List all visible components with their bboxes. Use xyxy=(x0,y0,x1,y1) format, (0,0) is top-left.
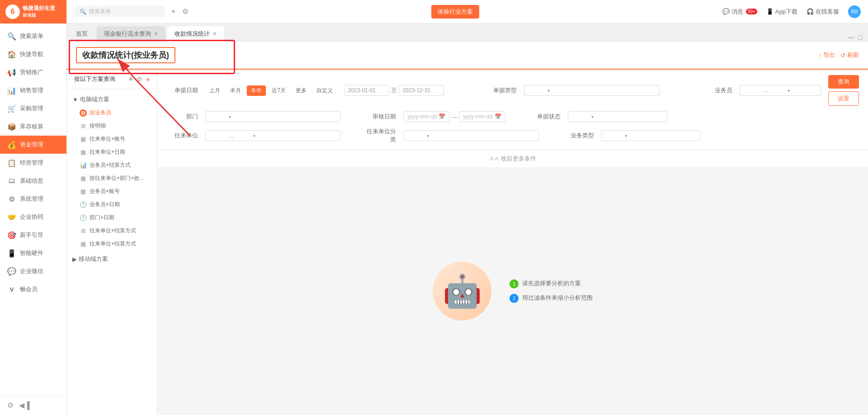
maximize-icon[interactable]: □ xyxy=(858,33,863,42)
filter-actions: 查询 设置 xyxy=(828,75,859,106)
sidebar-item-label: 企业协同 xyxy=(20,213,43,221)
sidebar-item-label: 基础信息 xyxy=(20,177,43,185)
shortcut-this-month[interactable]: 本月 xyxy=(226,85,245,96)
date-to-input[interactable]: 2023-12-31 xyxy=(399,85,444,96)
tree-child-label: 往来单位+结算方式 xyxy=(90,240,136,248)
date-from-input[interactable]: 2023-01-01 xyxy=(344,85,389,96)
gear-icon[interactable]: ⚙ xyxy=(182,7,189,16)
sidebar-item-capital[interactable]: 💰 资金管理 xyxy=(0,136,66,154)
sidebar-item-search-menu[interactable]: 🔍 搜索菜单 xyxy=(0,27,66,45)
tree-child-by-salesman[interactable]: 按业务员 xyxy=(67,106,157,119)
tab-collection-stats-close[interactable]: ✕ xyxy=(212,31,217,37)
partner-category-select[interactable]: ▾ xyxy=(403,130,539,141)
partner-label: 往来单位 xyxy=(166,132,198,140)
tree-child-label: 业务员+日期 xyxy=(90,201,120,208)
tree-parent-desktop[interactable]: ▼ 电脑端方案 xyxy=(67,93,157,106)
sidebar-item-operations[interactable]: 📋 经营管理 xyxy=(0,154,66,172)
tree-child-partner-date[interactable]: ▦ 往来单位+日期 xyxy=(67,146,157,159)
sidebar-item-wechat[interactable]: 💬 企业微信 xyxy=(0,262,66,280)
messages-group[interactable]: 💬 消息 99+ xyxy=(722,8,757,16)
business-type-select[interactable]: ▾ xyxy=(601,130,701,141)
sidebar-item-label: 搜索菜单 xyxy=(20,32,43,40)
tree-child-partner-dept[interactable]: ▦ 按往来单位+部门+收... xyxy=(67,172,157,185)
guide-icon: 🎯 xyxy=(7,231,16,240)
tree-child-partner-settle1[interactable]: ⊞ 往来单位+结算方式 xyxy=(67,224,157,237)
tree-section: ▼ 电脑端方案 按业务员 ⊞ 按明细 ▦ 往来单位+账号 xyxy=(67,89,157,269)
tree-child-dept-date[interactable]: 🕐 部门+日期 xyxy=(67,211,157,224)
shortcut-custom[interactable]: 自定义 xyxy=(312,85,337,96)
avatar: Rit xyxy=(848,5,861,18)
user-avatar-group[interactable]: Rit xyxy=(848,5,861,18)
filter-row-1: 单据日期 上月 本月 本年 近7天 更多 自定义 2023-01-01 xyxy=(166,75,859,106)
collapse-up-icon: ∧∧ xyxy=(489,155,499,162)
doc-status-chevron: ▾ xyxy=(591,114,594,119)
sidebar-item-guide[interactable]: 🎯 新手引导 xyxy=(0,226,66,244)
tab-collection-stats[interactable]: 收款情况统计 ✕ xyxy=(167,26,224,42)
search-button[interactable]: 查询 xyxy=(828,75,859,89)
add-scheme-icon[interactable]: + xyxy=(129,75,133,83)
tab-bank-flow-close[interactable]: ✕ xyxy=(154,31,158,37)
sidebar-item-sales[interactable]: 📊 销售管理 xyxy=(0,81,66,99)
doc-status-select[interactable]: ▾ xyxy=(568,111,667,122)
enterprise-icon: 🤝 xyxy=(7,212,16,222)
filter-row-3: 往来单位 ... ▾ 往来单位分类 ▾ 业务类型 xyxy=(166,127,859,144)
tab-home[interactable]: 首页 xyxy=(69,26,95,42)
collapse-bar[interactable]: ∧∧ 收起更多条件 xyxy=(157,150,868,167)
search-icon: 🔍 xyxy=(80,9,86,15)
tree-child-salesman-date[interactable]: 🕐 业务员+日期 xyxy=(67,198,157,211)
minimize-icon[interactable]: — xyxy=(847,33,854,42)
sidebar-item-purchase[interactable]: 🛒 采购管理 xyxy=(0,99,66,118)
purchase-icon: 🛒 xyxy=(7,104,16,113)
salesman-more-btn[interactable]: ... xyxy=(763,87,768,94)
tree-child-by-detail[interactable]: ⊞ 按明细 xyxy=(67,119,157,132)
header-search[interactable]: 🔍 搜索菜单 xyxy=(74,6,165,17)
app-download-group[interactable]: 📱 App下载 xyxy=(766,8,797,16)
tree-parent-mobile[interactable]: ▶ 移动端方案 xyxy=(67,252,157,266)
salesman-label: 业务员 xyxy=(701,86,732,94)
tab-bar: 首页 现金银行流水查询 ✕ 收款情况统计 ✕ — □ xyxy=(67,24,868,42)
header-promo-btn[interactable]: 体验行业方案 xyxy=(431,5,479,19)
sidebar-item-quick-nav[interactable]: 🏠 快捷导航 xyxy=(0,45,66,63)
tree-child-salesman-settlement[interactable]: 📊 业务员+结算方式 xyxy=(67,159,157,172)
sidebar-item-basic-info[interactable]: 🗂 基础信息 xyxy=(0,172,66,190)
robot-illustration: 🤖 xyxy=(433,262,491,321)
scheme-settings-icon[interactable]: ⚙ xyxy=(137,75,142,83)
shortcut-7days[interactable]: 近7天 xyxy=(268,85,290,96)
calendar-from-icon: 📅 xyxy=(439,113,445,120)
sidebar-item-marketing[interactable]: 📢 营销推广 xyxy=(0,63,66,81)
empty-tip-2: 2 用过滤条件来缩小分析范围 xyxy=(509,294,593,303)
dept-select[interactable]: ▾ xyxy=(205,111,341,122)
doc-type-label: 单据类型 xyxy=(485,86,517,94)
tab-bank-flow[interactable]: 现金银行流水查询 ✕ xyxy=(97,26,165,42)
promo-button[interactable]: 体验行业方案 xyxy=(431,5,479,19)
tree-child-label: 按往来单位+部门+收... xyxy=(90,174,144,182)
collapse-sidebar-icon[interactable]: ◀▐ xyxy=(19,401,29,410)
shortcut-last-month[interactable]: 上月 xyxy=(205,85,224,96)
review-date-from[interactable]: yyyy-mm-dd 📅 xyxy=(403,111,449,122)
sidebar-item-sys-mgmt[interactable]: ⚙ 系统管理 xyxy=(0,190,66,208)
sidebar-item-smart-hardware[interactable]: 📱 智能硬件 xyxy=(0,244,66,262)
sidebar-item-member[interactable]: V 畅会员 xyxy=(0,280,66,298)
shortcut-more[interactable]: 更多 xyxy=(292,85,311,96)
review-date-to[interactable]: yyyy-mm-dd 📅 xyxy=(459,111,505,122)
partner-more-btn[interactable]: ... xyxy=(229,132,233,139)
settings-button[interactable]: 设置 xyxy=(828,91,859,106)
doc-type-select[interactable]: ▾ xyxy=(524,85,660,96)
refresh-button[interactable]: ↺ 刷新 xyxy=(840,51,859,59)
sidebar-item-enterprise[interactable]: 🤝 企业协同 xyxy=(0,208,66,226)
export-button[interactable]: ↑ 导出 xyxy=(819,51,835,59)
tree-child-salesman-account[interactable]: ▦ 业务员+账号 xyxy=(67,185,157,198)
tree-child-partner-settle2[interactable]: ▦ 往来单位+结算方式 xyxy=(67,237,157,250)
sidebar-item-inventory[interactable]: 📦 库存核算 xyxy=(0,118,66,136)
tree-child-partner-account[interactable]: ▦ 往来单位+账号 xyxy=(67,132,157,146)
tab-collection-stats-label: 收款情况统计 xyxy=(175,30,210,38)
salesman-select[interactable]: ... ▾ xyxy=(740,85,821,96)
dropdown-arrow-icon[interactable]: ▾ xyxy=(172,8,175,15)
sidebar-item-label: 营销推广 xyxy=(20,68,43,76)
online-service-group[interactable]: 🎧 在线客服 xyxy=(807,8,839,16)
partner-select[interactable]: ... ▾ xyxy=(205,130,341,141)
settings-bottom-icon[interactable]: ⚙ xyxy=(7,401,14,410)
collapse-panel-icon[interactable]: « xyxy=(146,75,150,83)
shortcut-this-year[interactable]: 本年 xyxy=(247,85,266,96)
tree-child-label: 按明细 xyxy=(90,122,106,130)
